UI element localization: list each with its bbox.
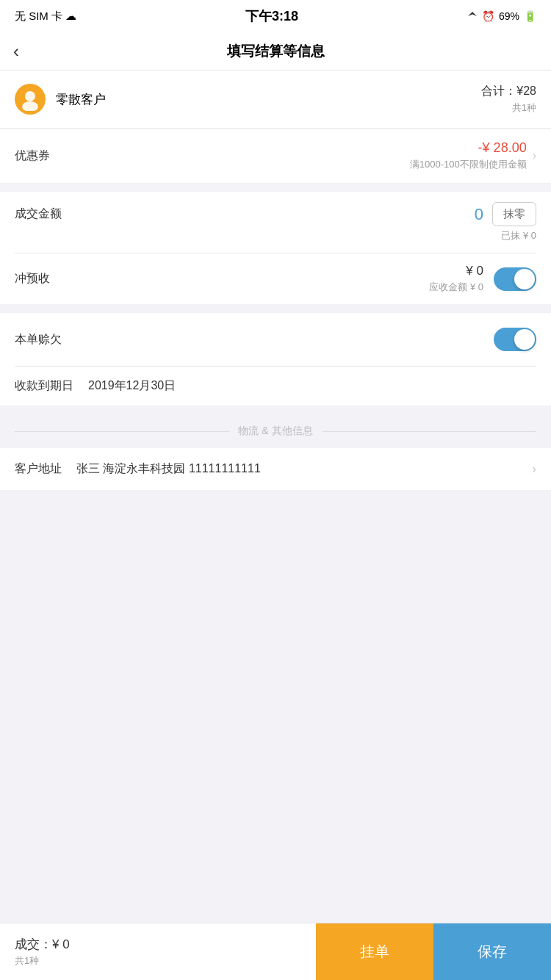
nav-bar: ‹ 填写结算等信息 [0,32,551,71]
total-amount: 合计：¥28 [481,84,536,99]
coupon-discount: -¥ 28.00 [410,140,527,156]
bottom-deal-label: 成交： [15,937,52,951]
sim-status: 无 SIM 卡 ☁ [15,10,76,24]
status-left: 无 SIM 卡 ☁ [15,10,76,24]
save-button[interactable]: 保存 [433,923,551,981]
status-time: 下午3:18 [245,7,298,25]
bottom-count: 共1种 [15,954,301,968]
coupon-right: -¥ 28.00 满1000-100不限制使用金额 › [410,140,536,171]
page-content: 零散客户 合计：¥28 共1种 优惠券 -¥ 28.00 满1000-100不限… [0,71,551,558]
svg-point-0 [25,91,35,101]
prepay-row: 冲预收 ¥ 0 应收金额 ¥ 0 [0,253,551,304]
bottom-bar: 成交：¥ 0 共1种 挂单 保存 [0,923,551,980]
coupon-chevron-icon: › [533,149,536,162]
logistics-divider: 物流 & 其他信息 [0,414,551,448]
page-title: 填写结算等信息 [227,42,325,61]
due-date-row: 收款到期日 2019年12月30日 [0,367,551,406]
prepay-sub: 应收金额 ¥ 0 [429,281,483,294]
debt-row: 本单赊欠 [0,313,551,366]
amount-right: 0 抹零 [475,202,536,226]
amount-label: 成交金额 [15,206,62,222]
coupon-desc: 满1000-100不限制使用金额 [410,158,527,171]
logistics-line: 物流 & 其他信息 [15,425,536,438]
address-label: 客户地址 [15,461,62,477]
transaction-section: 成交金额 0 抹零 已抹 ¥ 0 冲预收 ¥ 0 应收金额 ¥ 0 [0,192,551,304]
location-icon [467,11,478,21]
prepay-amount: ¥ 0 [429,264,483,278]
due-date-value: 2019年12月30日 [88,378,176,394]
status-right: ⏰ 69% 🔋 [467,10,536,22]
prepay-label: 冲预收 [15,271,50,287]
address-section: 客户地址 张三 海淀永丰科技园 11111111111 › [0,448,551,490]
bottom-info: 成交：¥ 0 共1种 [0,936,316,968]
debt-section: 本单赊欠 收款到期日 2019年12月30日 [0,313,551,406]
status-bar: 无 SIM 卡 ☁ 下午3:18 ⏰ 69% 🔋 [0,0,551,32]
prepay-toggle[interactable] [494,267,536,291]
back-button[interactable]: ‹ [13,41,19,62]
round-button[interactable]: 抹零 [492,202,536,226]
total-count: 共1种 [481,101,536,115]
customer-section: 零散客户 合计：¥28 共1种 优惠券 -¥ 28.00 满1000-100不限… [0,71,551,183]
amount-top: 成交金额 0 抹零 [15,202,536,226]
customer-avatar [15,84,46,115]
prepay-info: ¥ 0 应收金额 ¥ 0 [429,264,483,294]
bottom-deal: 成交：¥ 0 [15,936,301,953]
battery-icon: 🔋 [524,10,536,22]
coupon-label: 优惠券 [15,148,50,164]
alarm-icon: ⏰ [482,10,494,22]
toggle-knob [514,269,535,289]
bottom-deal-amount: ¥ 0 [52,937,70,951]
due-date-label: 收款到期日 [15,378,73,394]
address-row[interactable]: 客户地址 张三 海淀永丰科技园 11111111111 › [0,448,551,490]
toggle-knob [514,329,535,350]
address-chevron-icon: › [532,461,536,477]
prepay-right: ¥ 0 应收金额 ¥ 0 [429,264,536,294]
customer-row: 零散客户 合计：¥28 共1种 [0,71,551,128]
debt-label: 本单赊欠 [15,332,62,347]
customer-total: 合计：¥28 共1种 [481,84,536,115]
amount-row: 成交金额 0 抹零 已抹 ¥ 0 [0,192,551,253]
amount-sub-label: 已抹 ¥ 0 [15,229,536,242]
logistics-label: 物流 & 其他信息 [238,425,312,438]
debt-toggle[interactable] [494,328,536,351]
hold-button[interactable]: 挂单 [316,923,433,981]
coupon-row[interactable]: 优惠券 -¥ 28.00 满1000-100不限制使用金额 › [0,129,551,183]
amount-value: 0 [475,205,483,224]
address-value: 张三 海淀永丰科技园 11111111111 [76,461,517,477]
customer-info: 零散客户 [15,84,106,115]
battery-level: 69% [499,10,519,22]
customer-name: 零散客户 [56,91,106,108]
coupon-info: -¥ 28.00 满1000-100不限制使用金额 [410,140,527,171]
svg-point-1 [22,101,38,111]
